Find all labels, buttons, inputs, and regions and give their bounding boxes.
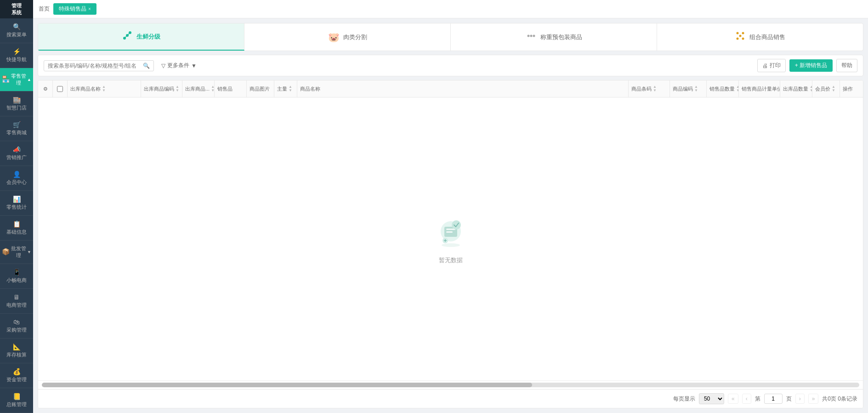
th-name1: 出库商品名称 ▲▼ <box>68 80 141 97</box>
sort-arrows4[interactable]: ▲▼ <box>289 85 292 92</box>
empty-state: 暂无数据 <box>432 214 469 264</box>
svg-point-10 <box>742 38 744 40</box>
th-unit-label: 销售商品计量单位 <box>742 86 780 92</box>
select-all-checkbox[interactable] <box>57 86 63 92</box>
th-checkbox[interactable] <box>53 80 68 97</box>
content-area: 生鲜分级 🐷 肉类分割 称重预包装商品 <box>33 18 868 413</box>
inventory-icon: 📐 <box>2 343 31 350</box>
sidebar-item-marketing[interactable]: 📣 营销推广 <box>0 141 33 166</box>
th-op-label: 操作 <box>843 86 853 92</box>
sidebar-item-member[interactable]: 👤 会员中心 <box>0 166 33 191</box>
svg-point-11 <box>739 35 742 37</box>
empty-text: 暂无数据 <box>439 256 463 264</box>
sidebar-item-wholesale[interactable]: 📦 批发管理 ▼ <box>0 241 33 264</box>
th-code1-label: 出库商品编码 <box>144 86 174 92</box>
page-suffix: 页 <box>786 395 792 403</box>
th-name2: 商品名称 <box>297 80 629 97</box>
meat-icon: 🐷 <box>328 32 340 43</box>
print-label: 打印 <box>770 62 781 69</box>
sidebar-item-purchase[interactable]: 🛍 采购管理 <box>0 314 33 338</box>
search-box[interactable]: 🔍 <box>44 60 154 71</box>
toolbar-right: 🖨 打印 + 新增销售品 帮助 <box>757 59 857 72</box>
marketing-icon: 📣 <box>2 146 31 153</box>
filter-label: 更多条件 <box>167 62 189 69</box>
quicknav-icon: ⚡ <box>2 48 31 55</box>
ledger-icon: 📒 <box>2 393 31 400</box>
sidebar-item-inventory[interactable]: 📐 库存核算 <box>0 338 33 363</box>
sidebar-item-finance[interactable]: 💰 资金管理 <box>0 363 33 388</box>
hscroll-thumb[interactable] <box>42 383 532 387</box>
combo-icon <box>735 30 746 44</box>
sort-arrows10[interactable]: ▲▼ <box>832 85 835 92</box>
th-settings[interactable]: ⚙ <box>38 80 53 97</box>
th-barcode-label: 商品条码 <box>631 86 652 92</box>
cat-tab-fresh-label: 生鲜分级 <box>136 33 160 41</box>
th-op: 操作 <box>840 80 863 97</box>
svg-point-9 <box>737 38 739 40</box>
sidebar-item-retailmall[interactable]: 🛒 零售商城 <box>0 116 33 141</box>
th-sale-label: 销售品 <box>217 86 233 92</box>
next-page-button[interactable]: › <box>795 394 805 404</box>
hscroll-track[interactable] <box>42 383 859 387</box>
sort-arrows6[interactable]: ▲▼ <box>694 85 698 92</box>
help-button[interactable]: 帮助 <box>836 59 857 72</box>
sidebar-item-retailstat[interactable]: 📊 零售统计 <box>0 191 33 216</box>
retailstat-icon: 📊 <box>2 195 31 203</box>
sidebar-item-miniapp[interactable]: 📱 小畅电商 <box>0 264 33 289</box>
smartstore-icon: 🏬 <box>2 96 31 103</box>
active-tab-label: 特殊销售品 <box>59 5 86 13</box>
active-tab[interactable]: 特殊销售品 × <box>53 3 96 15</box>
th-code2-label: 出库商品... <box>185 86 210 92</box>
close-tab-button[interactable]: × <box>88 6 91 11</box>
search-input[interactable] <box>48 63 141 69</box>
sidebar-logo: 管理系统 <box>0 0 33 18</box>
first-page-button[interactable]: « <box>728 394 738 404</box>
home-tab[interactable]: 首页 <box>39 5 50 13</box>
cat-tab-weighpack[interactable]: 称重预包装商品 <box>451 23 657 51</box>
retailmall-icon: 🛒 <box>2 121 31 128</box>
sidebar-item-search[interactable]: 🔍 搜索菜单 <box>0 18 33 43</box>
th-qty: 销售品数量 ▲▼ <box>707 80 739 97</box>
svg-point-4 <box>527 35 529 37</box>
miniapp-icon: 📱 <box>2 269 31 276</box>
last-page-button[interactable]: » <box>808 394 819 404</box>
filter-button[interactable]: ▽ 更多条件 ▼ <box>158 60 200 71</box>
ecommerce-icon: 🖥 <box>2 293 31 301</box>
per-page-label: 每页显示 <box>673 395 695 403</box>
sidebar-item-ledger[interactable]: 📒 总账管理 <box>0 388 33 413</box>
hscroll-area[interactable] <box>38 380 863 389</box>
sort-arrows[interactable]: ▲▼ <box>102 85 106 92</box>
retail-icon: 🏪 <box>2 75 10 83</box>
th-code1: 出库商品编码 ▲▼ <box>141 80 182 97</box>
cat-tab-fresh[interactable]: 生鲜分级 <box>38 23 244 51</box>
sort-arrows5[interactable]: ▲▼ <box>653 85 657 92</box>
th-code2: 出库商品... ▲▼ <box>182 80 215 97</box>
toolbar-left: 🔍 ▽ 更多条件 ▼ <box>44 60 200 71</box>
sidebar-item-smartstore[interactable]: 🏬 智慧门店 <box>0 92 33 116</box>
sidebar-item-basicinfo[interactable]: 📋 基础信息 <box>0 216 33 241</box>
svg-point-5 <box>530 35 532 37</box>
search-icon: 🔍 <box>2 23 31 30</box>
fresh-icon <box>122 30 133 43</box>
th-img-label: 商品图片 <box>250 86 270 92</box>
th-name2-label: 商品名称 <box>300 86 320 92</box>
sort-arrows3[interactable]: ▲▼ <box>211 85 215 92</box>
sidebar-item-ecommerce[interactable]: 🖥 电商管理 <box>0 289 33 314</box>
sidebar: 管理系统 🔍 搜索菜单 ⚡ 快捷导航 🏪 零售管理 ▲ 🏬 智慧门店 🛒 零售商… <box>0 0 33 413</box>
settings-icon: ⚙ <box>43 86 48 92</box>
per-page-select[interactable]: 50 10 20 100 <box>699 393 724 404</box>
th-outqty-label: 出库品数量 <box>783 86 808 92</box>
sort-arrows2[interactable]: ▲▼ <box>176 85 179 92</box>
th-barcode: 商品条码 ▲▼ <box>629 80 670 97</box>
table-body: 暂无数据 <box>38 98 863 380</box>
th-img: 商品图片 <box>247 80 274 97</box>
print-button[interactable]: 🖨 打印 <box>757 59 786 72</box>
sidebar-item-quicknav[interactable]: ⚡ 快捷导航 <box>0 43 33 68</box>
sidebar-item-retail[interactable]: 🏪 零售管理 ▲ <box>0 68 33 92</box>
page-number-input[interactable] <box>764 394 783 404</box>
cat-tab-combo[interactable]: 组合商品销售 <box>657 23 863 51</box>
cat-tab-meat-label: 肉类分割 <box>343 33 367 41</box>
cat-tab-meat[interactable]: 🐷 肉类分割 <box>244 23 451 51</box>
add-product-button[interactable]: + 新增销售品 <box>789 59 833 72</box>
prev-page-button[interactable]: ‹ <box>742 394 751 404</box>
